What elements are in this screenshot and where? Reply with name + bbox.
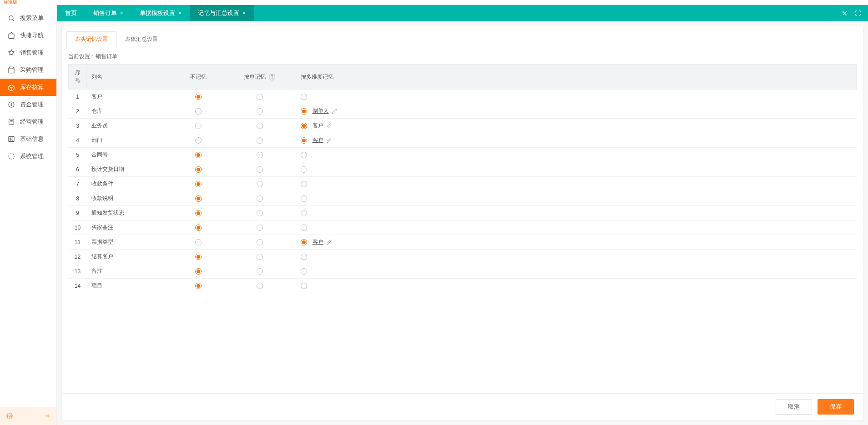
cancel-button[interactable]: 取消 [776,399,812,415]
sidebar-item-label: 库存核算 [20,83,44,91]
radio-by_dim[interactable] [301,239,307,245]
sidebar-collapse-icon[interactable] [44,413,50,419]
radio-by_bill[interactable] [257,239,263,245]
report-icon [7,118,15,126]
radio-by_dim[interactable] [301,123,307,129]
cell-by-bill [223,250,296,264]
sidebar-item-system[interactable]: 系统管理 [0,148,56,165]
cell-by-bill [223,133,296,148]
table-row: 11票据类型客户 [69,235,857,250]
radio-by_bill[interactable] [257,166,263,173]
sidebar-item-stock[interactable]: 库存核算 [0,79,56,96]
close-all-tabs-icon[interactable]: ✕ [839,8,850,19]
radio-by_dim[interactable] [301,210,307,216]
table-row: 1客户 [69,90,857,104]
radio-no_memory[interactable] [195,254,202,260]
radio-by_dim[interactable] [301,195,307,202]
radio-by_bill[interactable] [257,152,263,158]
dimension-link[interactable]: 制单人 [313,107,329,115]
tab[interactable]: 销售订单✕ [85,5,131,21]
sidebar-item-base[interactable]: 基础信息 [0,130,56,148]
radio-by_dim[interactable] [301,94,307,100]
radio-by_bill[interactable] [257,195,263,202]
radio-by_bill[interactable] [257,210,263,216]
cell-seq: 13 [69,264,87,279]
sidebar-item-search[interactable]: 搜索菜单 [0,10,56,27]
tab-label: 记忆与汇总设置 [198,5,239,21]
radio-no_memory[interactable] [195,268,202,275]
tab[interactable]: 单据模板设置✕ [131,5,190,21]
radio-by_bill[interactable] [257,94,263,100]
radio-by_bill[interactable] [257,254,263,260]
cell-seq: 7 [69,177,87,191]
help-icon[interactable]: ? [269,74,275,80]
radio-by_bill[interactable] [257,108,263,115]
sidebar-item-cart[interactable]: 采购管理 [0,61,56,79]
close-icon[interactable]: ✕ [178,5,182,21]
cell-no-memory [173,206,223,220]
radio-no_memory[interactable] [195,123,202,129]
radio-no_memory[interactable] [195,225,202,231]
save-button[interactable]: 保存 [818,399,854,415]
fullscreen-icon[interactable] [853,8,863,19]
memory-settings-table: 序号 列名 不记忆 按单记忆 ? 按多维度记忆 1客户2仓库制单人3业务员客户4… [68,64,857,293]
radio-by_bill[interactable] [257,268,263,275]
sidebar-item-home[interactable]: 快捷导航 [0,27,56,44]
radio-by_bill[interactable] [257,181,263,187]
sub-tab[interactable]: 表头记忆设置 [66,31,116,47]
edit-icon[interactable] [326,240,332,245]
cell-no-memory [173,119,223,133]
radio-no_memory[interactable] [195,181,202,187]
sidebar-item-label: 搜索菜单 [20,14,44,22]
dimension-link[interactable]: 客户 [313,122,323,130]
radio-by_bill[interactable] [257,283,263,289]
edit-icon[interactable] [326,138,332,143]
tab[interactable]: 记忆与汇总设置✕ [190,5,254,21]
dimension-link[interactable]: 客户 [313,238,323,246]
svg-point-4 [9,154,14,159]
close-icon[interactable]: ✕ [242,5,246,21]
edit-icon[interactable] [332,109,337,114]
radio-no_memory[interactable] [195,195,202,202]
radio-by_dim[interactable] [301,254,307,260]
sidebar-item-sale[interactable]: 销售管理 [0,44,56,61]
cell-seq: 14 [69,279,87,293]
table-row: 8收款说明 [69,191,857,206]
dimension-link[interactable]: 客户 [313,136,323,144]
radio-no_memory[interactable] [195,283,202,289]
radio-no_memory[interactable] [195,166,202,173]
radio-no_memory[interactable] [195,210,202,216]
sub-tab[interactable]: 表体汇总设置 [116,31,167,47]
radio-by_bill[interactable] [257,123,263,129]
radio-by_dim[interactable] [301,108,307,115]
radio-no_memory[interactable] [195,152,202,158]
radio-no_memory[interactable] [195,239,202,245]
radio-by_dim[interactable] [301,283,307,289]
sidebar-item-money[interactable]: 资金管理 [0,96,56,113]
cell-no-memory [173,264,223,279]
tab[interactable]: 首页 [57,5,85,21]
radio-by_dim[interactable] [301,152,307,158]
radio-by_dim[interactable] [301,166,307,173]
cell-no-memory [173,191,223,206]
radio-by_bill[interactable] [257,137,263,144]
close-icon[interactable]: ✕ [120,5,123,21]
radio-no_memory[interactable] [195,108,202,115]
cell-by-bill [223,220,296,235]
table-row: 12结算客户 [69,250,857,264]
radio-by_dim[interactable] [301,181,307,187]
sidebar-item-report[interactable]: 经营管理 [0,113,56,130]
cell-column-name: 合同号 [87,148,173,162]
radio-no_memory[interactable] [195,94,202,100]
edit-icon[interactable] [326,123,332,129]
radio-by_dim[interactable] [301,137,307,144]
settings-gear-icon[interactable] [6,413,13,419]
cell-by-dim [296,220,857,235]
radio-by_dim[interactable] [301,268,307,275]
radio-by_bill[interactable] [257,225,263,231]
radio-by_dim[interactable] [301,225,307,231]
svg-point-0 [9,16,13,20]
radio-no_memory[interactable] [195,137,202,144]
cell-by-bill [223,177,296,191]
cell-by-bill [223,104,296,119]
